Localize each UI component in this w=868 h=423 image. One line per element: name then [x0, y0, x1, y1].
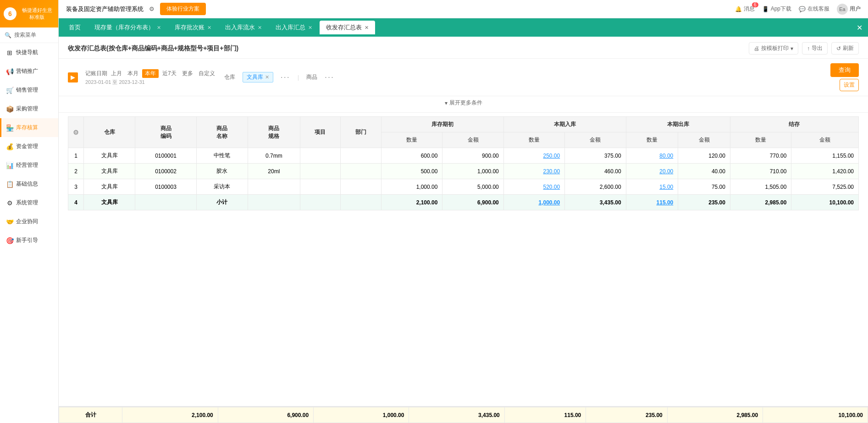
tab-home[interactable]: 首页	[62, 21, 87, 34]
search-icon: 🔍	[5, 32, 11, 38]
cell-spec-0: 0.7mm	[248, 148, 300, 164]
tab-label-inout-flow: 出入库流水	[225, 23, 255, 32]
cell-in-qty-3[interactable]: 1,000.00	[503, 195, 564, 210]
sidebar-item-operations[interactable]: 📊经营管理	[0, 156, 58, 175]
cell-warehouse-2: 文具库	[84, 179, 135, 195]
cell-init-amt-1: 1,000.00	[442, 164, 503, 179]
tab-close-inout-flow[interactable]: ✕	[258, 25, 262, 31]
sidebar-label-quick-nav: 快捷导航	[16, 49, 38, 56]
cell-num-0: 1	[68, 148, 84, 164]
footer-label: 合计	[59, 407, 122, 423]
warehouse-more[interactable]: ···	[281, 72, 290, 82]
user-area[interactable]: Ea 用户	[837, 4, 861, 15]
sidebar-label-finance: 资金管理	[16, 143, 38, 150]
cell-out-qty-0[interactable]: 80.00	[626, 148, 678, 164]
date-btn-自定义[interactable]: 自定义	[197, 69, 217, 78]
cell-warehouse-1: 文具库	[84, 164, 135, 179]
col-init-header: 库存期初	[381, 117, 503, 132]
cell-out-qty-3[interactable]: 115.00	[626, 195, 678, 210]
cell-init-qty-3: 2,100.00	[381, 195, 442, 210]
date-btn-本月[interactable]: 本月	[126, 69, 140, 78]
app-download-btn[interactable]: 📱 App下载	[762, 5, 791, 13]
warehouse-tag-close[interactable]: ✕	[265, 74, 269, 80]
settings-icon[interactable]: ⚙	[149, 5, 155, 12]
footer-out-qty: 115.00	[504, 407, 586, 423]
cell-name-2: 采访本	[196, 179, 248, 195]
page-actions: 🖨 按模板打印 ▾ ↑ 导出 ↺ 刷新	[749, 42, 859, 55]
set-btn[interactable]: 设置	[840, 79, 859, 91]
expand-label: 展开更多条件	[449, 99, 482, 107]
warehouse-tag-value: 文具库	[247, 73, 263, 81]
cell-project-1	[300, 164, 341, 179]
cell-out-qty-1[interactable]: 20.00	[626, 164, 678, 179]
industry-btn[interactable]: 体验行业方案	[160, 3, 206, 15]
cell-in-qty-1[interactable]: 230.00	[503, 164, 564, 179]
date-btn-上月[interactable]: 上月	[109, 69, 124, 78]
tab-close-batch[interactable]: ✕	[207, 25, 211, 31]
col-settings-icon[interactable]: ⚙	[68, 117, 84, 148]
tab-label-batch: 库存批次账	[175, 23, 205, 32]
cell-project-0	[300, 148, 341, 164]
sidebar-item-sales[interactable]: 🛒销售管理	[0, 81, 58, 99]
tab-close-stock-dist[interactable]: ✕	[157, 25, 161, 31]
tab-inout-summary[interactable]: 出入库汇总✕	[269, 21, 319, 34]
goods-more[interactable]: ···	[325, 72, 334, 82]
tab-inout-flow[interactable]: 出入库流水✕	[219, 21, 268, 34]
footer-out-amt: 235.00	[586, 407, 668, 423]
tab-close-inout-summary[interactable]: ✕	[308, 25, 312, 31]
query-btn[interactable]: 查询	[830, 63, 859, 77]
tab-recv-send[interactable]: 收发存汇总表✕	[320, 21, 375, 34]
sidebar-item-guide[interactable]: 🎯新手引导	[0, 231, 58, 250]
sidebar-item-marketing[interactable]: 📢营销推广	[0, 62, 58, 81]
sidebar-item-quick-nav[interactable]: ⊞快捷导航	[0, 43, 58, 62]
cell-init-qty-2: 1,000.00	[381, 179, 442, 195]
search-menu[interactable]: 🔍 搜索菜单	[0, 27, 58, 43]
col-warehouse-header: 仓库	[84, 117, 135, 148]
sidebar-item-purchase[interactable]: 📦采购管理	[0, 99, 58, 118]
cell-out-qty-2[interactable]: 15.00	[626, 179, 678, 195]
footer-in-amt: 3,435.00	[409, 407, 504, 423]
cell-code-2: 0100003	[135, 179, 196, 195]
print-btn[interactable]: 🖨 按模板打印 ▾	[749, 42, 798, 55]
sidebar-item-basic-info[interactable]: 📋基础信息	[0, 175, 58, 193]
cell-in-qty-0[interactable]: 250.00	[503, 148, 564, 164]
export-btn[interactable]: ↑ 导出	[802, 42, 828, 55]
col-bal-header: 结存	[730, 117, 858, 132]
sub-in-amt: 金额	[565, 132, 626, 148]
logo-text: 畅捷通好生意 标准版	[19, 7, 55, 21]
date-btn-更多[interactable]: 更多	[180, 69, 195, 78]
date-btn-本年[interactable]: 本年	[142, 69, 159, 78]
tab-batch[interactable]: 库存批次账✕	[168, 21, 218, 34]
cell-in-amt-1: 460.00	[565, 164, 626, 179]
cell-in-amt-0: 375.00	[565, 148, 626, 164]
filter-toggle[interactable]: ▶	[68, 72, 78, 82]
print-icon: 🖨	[754, 45, 759, 52]
expand-more-btn[interactable]: ▾ 展开更多条件	[68, 96, 859, 110]
date-btn-近7天[interactable]: 近7天	[160, 69, 178, 78]
refresh-icon: ↺	[836, 45, 841, 52]
cell-spec-3	[248, 195, 300, 210]
warehouse-tag: 文具库 ✕	[243, 72, 273, 82]
sidebar-item-inventory[interactable]: 🏪库存核算	[0, 118, 58, 137]
table-wrapper: ⚙ 仓库 商品编码 商品名称 商品规格 项目 部门 库存期初 本期入库 本期出库…	[59, 116, 868, 406]
cell-out-amt-2: 75.00	[678, 179, 730, 195]
cell-in-qty-2[interactable]: 520.00	[503, 179, 564, 195]
app-logo: 6 畅捷通好生意 标准版	[0, 0, 58, 27]
page-title-bar: 收发存汇总表(按仓库+商品编码+商品+规格型号+项目+部门) 🖨 按模板打印 ▾…	[59, 37, 868, 59]
sidebar-item-cooperation[interactable]: 🤝企业协同	[0, 212, 58, 231]
refresh-btn[interactable]: ↺ 刷新	[831, 42, 859, 55]
tab-bar-close[interactable]: ✕	[855, 22, 864, 34]
sidebar-item-finance[interactable]: 💰资金管理	[0, 137, 58, 156]
sub-out-qty: 数量	[626, 132, 678, 148]
notifications-btn[interactable]: 🔔 消息 6	[735, 5, 755, 13]
online-service-btn[interactable]: 💬 在线客服	[799, 5, 829, 13]
sidebar-label-cooperation: 企业协同	[16, 218, 38, 225]
date-filter: 记账日期 上月本月本年近7天更多自定义 2023-01-01 至 2023-12…	[85, 69, 217, 86]
footer-table: 合计 2,100.00 6,900.00 1,000.00 3,435.00 1…	[59, 407, 868, 423]
sub-init-amt: 金额	[442, 132, 503, 148]
tab-stock-dist[interactable]: 现存量（库存分布表）✕	[88, 21, 167, 34]
tab-close-recv-send[interactable]: ✕	[365, 25, 369, 31]
chevron-down-icon: ▾	[791, 45, 793, 52]
sidebar-item-system[interactable]: ⚙系统管理	[0, 193, 58, 212]
date-label: 记账日期	[85, 70, 107, 77]
